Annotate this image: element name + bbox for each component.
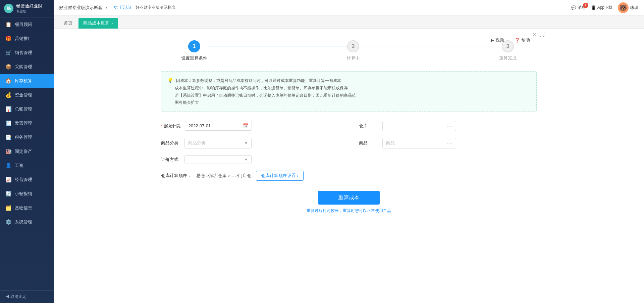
warehouse-label: 仓库 [359,123,379,129]
tab-home[interactable]: 首页 [59,18,77,29]
tab-close-icon[interactable]: × [111,21,113,25]
account-selector[interactable]: 好业财专业版演示帐套 ▼ [59,5,108,11]
field-start-date: 起始日期 2022-07-01 📅 [161,121,339,131]
xsgl-icon: 🛒 [5,50,11,56]
start-date-input[interactable]: 2022-07-01 📅 [185,121,252,131]
user-avatar[interactable]: 🐻 珠珠 [618,2,639,13]
sidebar-item-gz[interactable]: 👤 工资 [0,159,54,173]
content-area: ▶ 视频 | ❓ 帮助 × ⛶ 1 设置重算 [54,29,644,303]
field-category: 商品分类 商品分类 ▼ [161,138,339,148]
bulb-icon: 💡 [167,76,173,85]
category-label: 商品分类 [161,140,181,146]
sidebar-item-xcbc[interactable]: 🔄 小畅报销 [0,187,54,201]
sidebar-item-fpgl[interactable]: 🧾 发票管理 [0,116,54,130]
connector-2 [360,46,499,46]
chevron-right-icon: › [297,173,299,178]
sidebar-item-gdzy[interactable]: 🏭 固定资产 [0,144,54,159]
warehouse-order-settings-button[interactable]: 仓库计算顺序设置 › [256,171,304,181]
category-chevron-icon: ▼ [244,141,248,145]
warehouse-order-row: 仓库计算顺序： 总仓->深圳仓库->...->门店仓 仓库计算顺序设置 › [161,171,537,181]
step-1-circle: 1 [188,40,200,52]
sidebar-item-xsgl[interactable]: 🛒 销售管理 [0,46,54,60]
close-button[interactable]: × [533,32,536,38]
info-line-3: 若【系统设置】中启用了自动调整记账日期时，会调整入库单的整单记账日期，因此重新计… [167,92,530,99]
xm-icon: 📋 [5,21,11,28]
app-download-button[interactable]: 📱 App下载 [591,5,612,10]
warehouse-order-value: 总仓->深圳仓库->...->门店仓 [196,173,251,179]
message-badge: 1 [583,3,588,8]
step-2: 2 计算中 [347,40,360,61]
submit-area: 重算成本 重算过程耗时较长，重算时您可以正常使用产品 [161,191,537,214]
sidebar-item-kchk[interactable]: 🏠 库存核算 [0,74,54,88]
price-method-chevron-icon: ▼ [244,158,248,162]
help-link[interactable]: ❓ 帮助 [515,37,530,43]
connector-1 [207,46,347,46]
field-warehouse: 仓库 ··· [359,121,537,131]
content-inner: ▶ 视频 | ❓ 帮助 × ⛶ 1 设置重算 [148,29,550,222]
logo-icon: 畅 [4,4,13,13]
start-date-value: 2022-07-01 [189,123,240,128]
form-row-1: 起始日期 2022-07-01 📅 仓库 ··· [161,121,537,131]
info-box: 💡 因成本计算参数调整，或是对商品成本有疑问时，可以通过成本重算功能，重新计算一… [161,71,537,112]
tab-cost[interactable]: 商品成本重算 × [78,18,118,29]
sidebar-menu: 📋 项目顾问 🎁 营销推广 🛒 销售管理 📦 采购管理 🏠 库存核算 💰 资金管… [0,17,54,290]
zzgl-icon: 📊 [5,106,11,112]
verified-account-name: 好业财专业版演示帐套 [136,5,176,10]
start-date-label: 起始日期 [161,123,181,129]
warehouse-input[interactable]: ··· [382,121,456,131]
window-controls: × ⛶ [533,32,545,38]
avatar: 🐻 [618,2,629,13]
jygl-icon: 📈 [5,177,11,183]
sidebar-item-cggl[interactable]: 📦 采购管理 [0,60,54,74]
cggl-icon: 📦 [5,64,11,70]
product-input[interactable]: 商品 ··· [382,138,456,148]
recalculate-button[interactable]: 重算成本 [318,191,380,205]
jcxx-icon: 🗂️ [5,205,11,211]
sidebar-item-zjgl[interactable]: 💰 资金管理 [0,88,54,102]
sidebar-item-jygl[interactable]: 📈 经营管理 [0,173,54,187]
verified-badge: 🛡 已认证 [114,5,132,10]
yxtg-icon: 🎁 [5,36,11,42]
submit-hint: 重算过程耗时较长，重算时您可以正常使用产品 [307,208,391,214]
xcbc-icon: 🔄 [5,191,11,197]
info-line-4: 围可能会扩大 [167,99,530,106]
steps: 1 设置重算条件 2 计算中 3 重算完成 [181,40,517,61]
product-placeholder: 商品 [386,140,446,146]
warehouse-order-label: 仓库计算顺序： [161,173,192,179]
phone-icon: 📱 [591,5,596,10]
calendar-icon[interactable]: 📅 [243,123,248,128]
sidebar-item-zzgl[interactable]: 📊 总账管理 [0,102,54,116]
category-placeholder: 商品分类 [188,140,206,146]
message-button[interactable]: 💬 消息 1 [571,5,586,10]
step-1-label: 设置重算条件 [181,55,207,61]
sidebar-item-xtgl[interactable]: ⚙️ 系统管理 [0,215,54,229]
warehouse-dots-icon: ··· [446,123,452,129]
step-1: 1 设置重算条件 [181,40,207,61]
zjgl-icon: 💰 [5,92,11,98]
question-icon: ❓ [515,38,520,43]
xtgl-icon: ⚙️ [5,219,11,225]
tabs-bar: 首页 商品成本重算 × [54,15,644,29]
message-icon: 💬 [571,5,576,10]
price-method-select[interactable]: ▼ [184,155,252,164]
topbar: 好业财专业版演示帐套 ▼ 🛡 已认证 好业财专业版演示帐套 💬 消息 1 📱 A… [54,0,644,15]
sidebar-unpin[interactable]: ◀ 取消固定 [0,290,54,303]
sidebar-item-jcxx[interactable]: 🗂️ 基础信息 [0,201,54,215]
sidebar-item-swgl[interactable]: 📑 税务管理 [0,130,54,144]
fpgl-icon: 🧾 [5,120,11,126]
gdzy-icon: 🏭 [5,148,11,155]
kchk-icon: 🏠 [5,78,11,84]
step-2-label: 计算中 [347,55,360,61]
gz-icon: 👤 [5,163,11,169]
info-line-1: 💡 因成本计算参数调整，或是对商品成本有疑问时，可以通过成本重算功能，重新计算一… [167,76,530,85]
category-select[interactable]: 商品分类 ▼ [184,138,252,148]
step-3-circle: 3 [502,40,514,52]
expand-button[interactable]: ⛶ [539,32,545,38]
shield-icon: 🛡 [114,5,119,10]
video-link[interactable]: ▶ 视频 [491,37,504,43]
sidebar-item-xm[interactable]: 📋 项目顾问 [0,17,54,32]
sidebar-item-yxtg[interactable]: 🎁 营销推广 [0,32,54,46]
swgl-icon: 📑 [5,134,11,140]
step-3: 3 重算完成 [499,40,517,61]
play-icon: ▶ [491,38,494,43]
